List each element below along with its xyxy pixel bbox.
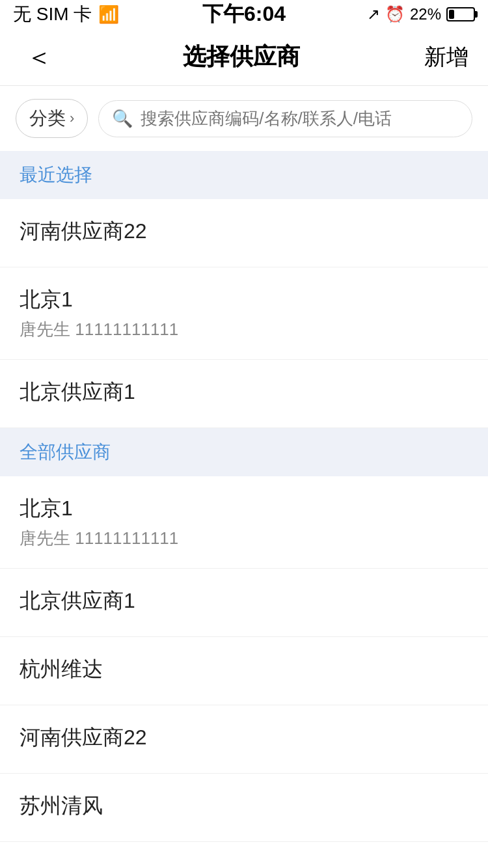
category-label: 分类 — [29, 106, 66, 131]
alarm-icon: ⏰ — [385, 5, 405, 23]
supplier-name: 北京供应商1 — [20, 587, 468, 616]
supplier-name: 杭州维达 — [20, 655, 468, 684]
supplier-contact: 唐先生 11111111111 — [20, 527, 468, 550]
supplier-contact: 唐先生 11111111111 — [20, 318, 468, 341]
page-title: 选择供应商 — [183, 41, 300, 73]
status-left: 无 SIM 卡 📶 — [13, 2, 119, 27]
list-item[interactable]: 河南供应商22 — [0, 199, 488, 267]
list-item[interactable]: 河南供应商22 — [0, 705, 488, 774]
sim-status: 无 SIM 卡 — [13, 2, 92, 27]
supplier-name: 北京1 — [20, 286, 468, 314]
section-header-text-all: 全部供应商 — [20, 442, 111, 462]
search-box: 🔍 — [98, 100, 472, 137]
list-item[interactable]: 苏州清风 — [0, 774, 488, 842]
search-icon: 🔍 — [112, 109, 133, 129]
list-item[interactable]: 北京1唐先生 11111111111 — [0, 476, 488, 569]
list-item[interactable]: 北京供应商1 — [0, 360, 488, 428]
supplier-name: 北京供应商1 — [20, 378, 468, 407]
supplier-name: 河南供应商22 — [20, 724, 468, 752]
section-header-recent: 最近选择 — [0, 151, 488, 199]
location-icon: ↗ — [367, 5, 380, 23]
status-bar: 无 SIM 卡 📶 下午6:04 ↗ ⏰ 22% — [0, 0, 488, 29]
status-right: ↗ ⏰ 22% — [367, 5, 475, 23]
back-button[interactable]: ＜ — [20, 33, 59, 81]
battery-icon — [446, 7, 475, 21]
list-item[interactable]: 北京供应商1 — [0, 569, 488, 637]
battery-percent: 22% — [410, 5, 441, 23]
nav-bar: ＜ 选择供应商 新增 — [0, 29, 488, 86]
supplier-name: 河南供应商22 — [20, 217, 468, 246]
list-item[interactable]: 杭州维达 — [0, 637, 488, 705]
search-input[interactable] — [141, 109, 459, 129]
category-button[interactable]: 分类 › — [16, 99, 88, 138]
chevron-right-icon: › — [70, 110, 74, 127]
supplier-name: 北京1 — [20, 495, 468, 523]
section-header-all: 全部供应商 — [0, 428, 488, 476]
section-header-text-recent: 最近选择 — [20, 165, 92, 185]
add-button[interactable]: 新增 — [424, 42, 468, 72]
status-time: 下午6:04 — [202, 0, 286, 29]
wifi-icon: 📶 — [98, 5, 119, 25]
sections-container: 最近选择河南供应商22北京1唐先生 11111111111北京供应商1全部供应商… — [0, 151, 488, 842]
filter-bar: 分类 › 🔍 — [0, 86, 488, 151]
supplier-name: 苏州清风 — [20, 792, 468, 821]
list-item[interactable]: 北京1唐先生 11111111111 — [0, 267, 488, 360]
